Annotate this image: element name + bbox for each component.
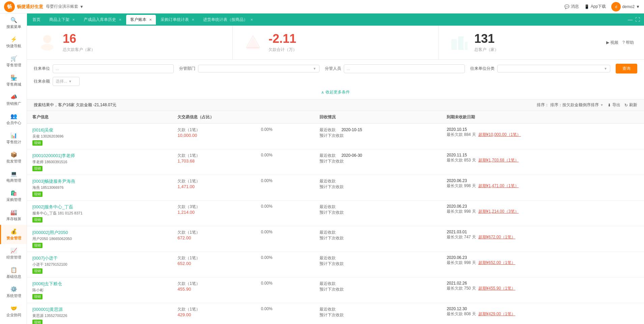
tab-product-shelf-close[interactable]: ✕ <box>72 18 75 22</box>
sidebar-item-finance[interactable]: 💰 资金管理 <box>0 225 27 244</box>
tab-customer-account[interactable]: 客户账本 ✕ <box>126 15 156 25</box>
sidebar-item-retail-stats[interactable]: 📊 零售统计 <box>0 129 27 148</box>
unit-classify-select[interactable]: ▼ <box>497 65 610 72</box>
due-date-5: 2020.06.23 <box>447 255 639 260</box>
customer-contact-6: 陈小彬 <box>32 288 167 293</box>
cell-debt-ratio-5: 0.00% <box>252 252 314 277</box>
sidebar-item-member[interactable]: 👥 会员中心 <box>0 110 27 129</box>
person-input[interactable]: ... <box>344 64 465 73</box>
tab-maximize-btn[interactable]: ⛶ <box>635 17 640 22</box>
overdue-days-2: 最长欠款 998 天 超期¥1,471.00（1笔） <box>447 183 639 189</box>
sidebar-item-enterprise[interactable]: 🤝 企业协同 <box>0 302 27 321</box>
due-date-6: 2021.02.26 <box>447 281 639 286</box>
debt-amount-0[interactable]: 10,000.00 <box>177 133 246 138</box>
search-button[interactable]: 查询 <box>616 64 637 73</box>
message-icon: 💬 <box>564 4 569 9</box>
sidebar-item-base-info[interactable]: 📋 基础信息 <box>0 263 27 283</box>
due-date-0: 2020.10.15 <box>447 127 639 132</box>
sidebar-item-marketing[interactable]: 📣 营销推广 <box>0 90 27 110</box>
app-download-btn[interactable]: 📱 App下载 <box>584 4 606 9</box>
dept-select[interactable]: ▼ <box>198 65 319 72</box>
video-btn[interactable]: ▶ 视频 <box>606 40 618 46</box>
balance-select[interactable]: 选择... ▼ <box>53 77 80 86</box>
tab-minimize-btn[interactable]: — <box>628 17 633 22</box>
overdue-link-7[interactable]: 超期¥429.00（1笔） <box>478 312 515 316</box>
tab-purchase-order-close[interactable]: ✕ <box>192 18 194 22</box>
debt-amount-4[interactable]: 672.00 <box>177 235 246 240</box>
customer-name-3[interactable]: [0002]服务中心_丁磊 <box>32 204 167 210</box>
cell-customer-info-1: [00010200001]李老师 李老师 18600391516 现销 <box>27 149 172 175</box>
sidebar-system-label: 系统管理 <box>2 293 25 298</box>
last-payment-label-0: 最近收款 <box>319 127 336 132</box>
help-btn[interactable]: ? 帮助 <box>622 40 634 46</box>
tab-customer-account-label: 客户账本 <box>130 17 146 23</box>
customer-name-6[interactable]: [0006]去下粮仓 <box>32 281 167 287</box>
customer-name-4[interactable]: [000002]用户2050 <box>32 230 167 236</box>
sidebar-item-retail-mall[interactable]: 🏪 零售商城 <box>0 71 27 90</box>
overdue-days-0: 最长欠款 884 天 超期¥10,000.00（1笔） <box>447 132 639 138</box>
last-payment-label-4: 最近收款 <box>319 230 336 235</box>
tab-product-instock-close[interactable]: ✕ <box>119 18 121 22</box>
debt-amount-3[interactable]: 1,214.00 <box>177 210 246 215</box>
overdue-link-6[interactable]: 超期¥455.90（1笔） <box>478 286 515 291</box>
stat-total-customers-label: 总客户（家） <box>474 47 499 53</box>
debt-amount-7[interactable]: 429.00 <box>177 312 246 317</box>
tab-instock-stats-close[interactable]: ✕ <box>250 18 253 22</box>
user-menu[interactable]: d demo2 ▼ <box>611 2 640 11</box>
customer-name-1[interactable]: [00010200001]李老师 <box>32 153 167 159</box>
next-payment-0: 预计下次收款 <box>319 133 436 139</box>
message-btn[interactable]: 💬 消息 <box>564 4 579 9</box>
sidebar-item-search[interactable]: 🔍 搜索菜单 <box>0 13 27 33</box>
debt-amount-2[interactable]: 1,471.00 <box>177 184 246 189</box>
overdue-link-4[interactable]: 超期¥672.00（1笔） <box>478 235 515 239</box>
filter-dept: 分管部门 ▼ <box>179 65 319 72</box>
industry-select[interactable]: 母婴行业演示账套 ▼ <box>46 4 84 9</box>
batch-mgmt-icon: 📦 <box>2 151 25 158</box>
sidebar-item-batch-mgmt[interactable]: 📦 批发管理 <box>0 148 27 167</box>
customer-name-0[interactable]: [0016]吴俊 <box>32 127 167 133</box>
filter-row-1: 往来单位 ... 分管部门 ▼ 分管人员 <box>34 64 637 73</box>
debt-amount-5[interactable]: 652.00 <box>177 261 246 266</box>
sidebar-item-retail-mgmt[interactable]: 🛒 零售管理 <box>0 52 27 71</box>
sidebar-item-ecommerce[interactable]: 💻 电商管理 <box>0 167 27 186</box>
industry-label: 母婴行业演示账套 <box>46 4 78 9</box>
member-icon: 👥 <box>2 113 25 119</box>
debt-amount-1[interactable]: 1,703.68 <box>177 158 246 164</box>
refresh-btn[interactable]: ↻ 刷新 <box>624 102 637 108</box>
sidebar-item-operations[interactable]: 📈 经营管理 <box>0 244 27 263</box>
export-btn[interactable]: ⬇ 导出 <box>608 102 620 108</box>
debt-amount-6[interactable]: 455.90 <box>177 287 246 292</box>
overdue-link-5[interactable]: 超期¥652.00（1笔） <box>478 260 515 265</box>
sidebar-item-purchase[interactable]: 🛍️ 采购管理 <box>0 186 27 206</box>
stat-total-customers: 131 总客户（家） ▶ 视频 ? 帮助 <box>439 26 644 59</box>
tab-instock-stats[interactable]: 进货单统计表（按商品） ✕ <box>199 15 257 25</box>
overdue-link-3[interactable]: 超期¥1,214.00（3笔） <box>478 209 519 214</box>
overdue-link-2[interactable]: 超期¥1,471.00（1笔） <box>478 183 519 188</box>
tab-purchase-order[interactable]: 采购订单统计表 ✕ <box>157 15 198 25</box>
sort-select[interactable]: 排序： 排序：按欠款金额倒序排序 ▼ <box>537 102 604 108</box>
customer-name-2[interactable]: [0003]畅捷服务尹海燕 <box>32 178 167 184</box>
sidebar-item-system[interactable]: ⚙️ 系统管理 <box>0 283 27 302</box>
customer-tag-3: 现销 <box>32 217 43 223</box>
collapse-btn[interactable]: ∧ 收起更多条件 <box>34 89 637 95</box>
tab-product-instock[interactable]: 产成品入库单历史 ✕ <box>80 15 125 25</box>
recovery-info-0: 最近收款 2020-10-15 <box>319 127 436 133</box>
sidebar-item-quick-nav[interactable]: ⚡ 快捷导航 <box>0 33 27 52</box>
sidebar-item-newbie[interactable]: 🎯 新手引导 <box>0 321 27 324</box>
source-unit-input[interactable]: ... <box>53 64 174 73</box>
cell-recovery-4: 最近收款 预计下次收款 <box>314 226 441 252</box>
overdue-days-3: 最长欠款 998 天 超期¥1,214.00（3笔） <box>447 209 639 214</box>
customer-contact-1: 李老师 18600391516 <box>32 159 167 165</box>
customer-name-5[interactable]: [0007]小迸干 <box>32 255 167 261</box>
tab-customer-account-close[interactable]: ✕ <box>149 18 152 22</box>
overdue-link-0[interactable]: 超期¥10,000.00（1笔） <box>478 132 521 137</box>
tab-home[interactable]: 首页 <box>28 15 45 25</box>
tab-product-shelf[interactable]: 商品上下架 ✕ <box>45 15 79 25</box>
overdue-link-1[interactable]: 超期¥1,703.68（1笔） <box>478 158 519 163</box>
sidebar-item-warehouse[interactable]: 🏭 库存核算 <box>0 206 27 225</box>
cell-due-date-1: 2020.11.15 最长欠款 853 天 超期¥1,703.68（1笔） <box>441 149 644 175</box>
cell-debt-ratio-7: 0.00% <box>252 303 314 324</box>
customer-name-7[interactable]: [000001]黄思源 <box>32 306 167 313</box>
customer-tag-1: 现销 <box>32 166 43 171</box>
stat-total-customers-actions: ▶ 视频 ? 帮助 <box>606 40 634 46</box>
